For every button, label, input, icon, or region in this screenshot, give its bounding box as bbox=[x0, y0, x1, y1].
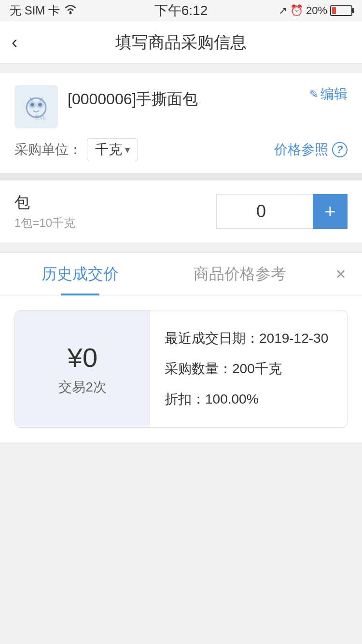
page-title: 填写商品采购信息 bbox=[115, 31, 247, 54]
alarm-icon: ⏰ bbox=[290, 4, 303, 17]
product-thumb-icon: 野计 bbox=[22, 92, 51, 121]
tab-price-ref-label: 商品价格参考 bbox=[194, 264, 286, 285]
unit-selector[interactable]: 千克 ▾ bbox=[87, 138, 138, 161]
price-ref-label: 价格参照 bbox=[274, 140, 328, 159]
tabs-bar: 历史成交价 商品价格参考 × bbox=[0, 253, 362, 295]
unit-select-value: 千克 bbox=[95, 140, 122, 159]
location-icon: ↗ bbox=[278, 4, 287, 17]
product-name: [0000006]手撕面包 bbox=[68, 85, 198, 110]
recent-date-label: 最近成交日期： bbox=[165, 331, 259, 346]
nav-bar: ‹ 填写商品采购信息 bbox=[0, 21, 362, 64]
purchase-quantity-label: 采购数量： bbox=[165, 361, 232, 376]
quantity-row: 包 1包=10千克 + bbox=[0, 181, 362, 242]
battery-percent: 20% bbox=[306, 4, 327, 17]
chevron-down-icon: ▾ bbox=[125, 144, 130, 155]
price-info-area: ¥0 交易2次 最近成交日期：2019-12-30 采购数量：200千克 折扣：… bbox=[0, 295, 362, 442]
info-icon: ? bbox=[332, 142, 348, 157]
price-amount: ¥0 bbox=[68, 342, 97, 373]
status-time: 下午6:12 bbox=[154, 1, 208, 20]
discount-label: 折扣： bbox=[165, 392, 205, 406]
svg-point-1 bbox=[27, 98, 46, 117]
price-info-card: ¥0 交易2次 最近成交日期：2019-12-30 采购数量：200千克 折扣：… bbox=[14, 310, 348, 428]
tab-history-price[interactable]: 历史成交价 bbox=[0, 253, 160, 295]
price-transactions: 交易2次 bbox=[58, 378, 107, 396]
tab-product-price-ref[interactable]: 商品价格参考 bbox=[160, 253, 320, 295]
product-unit-row: 采购单位： 千克 ▾ 价格参照 ? bbox=[14, 138, 348, 161]
price-summary-col: ¥0 交易2次 bbox=[15, 310, 150, 427]
purchase-quantity-value: 200千克 bbox=[232, 361, 282, 376]
price-reference-button[interactable]: 价格参照 ? bbox=[274, 140, 348, 159]
discount-row: 折扣：100.00% bbox=[165, 389, 333, 410]
tab-history-label: 历史成交价 bbox=[42, 264, 119, 285]
recent-date-value: 2019-12-30 bbox=[259, 331, 328, 346]
svg-point-6 bbox=[31, 104, 33, 106]
close-icon: × bbox=[335, 264, 346, 284]
edit-button[interactable]: ✎ 编辑 bbox=[309, 85, 348, 103]
quantity-input-wrap: + bbox=[216, 194, 348, 229]
status-carrier: 无 SIM 卡 bbox=[10, 3, 77, 18]
quantity-conversion: 1包=10千克 bbox=[14, 215, 75, 231]
edit-icon: ✎ bbox=[309, 87, 319, 101]
discount-value: 100.00% bbox=[205, 392, 259, 406]
status-indicators: ↗ ⏰ 20% bbox=[278, 4, 352, 17]
svg-point-7 bbox=[39, 104, 41, 106]
product-thumbnail: 野计 bbox=[14, 85, 58, 128]
carrier-text: 无 SIM 卡 bbox=[10, 3, 60, 18]
price-details-col: 最近成交日期：2019-12-30 采购数量：200千克 折扣：100.00% bbox=[150, 310, 347, 427]
main-background bbox=[0, 442, 362, 644]
recent-date-row: 最近成交日期：2019-12-30 bbox=[165, 328, 333, 350]
quantity-plus-button[interactable]: + bbox=[313, 194, 348, 229]
battery-icon bbox=[330, 5, 352, 16]
svg-point-0 bbox=[70, 12, 72, 14]
purchase-quantity-row: 采购数量：200千克 bbox=[165, 358, 333, 380]
svg-text:野计: 野计 bbox=[35, 115, 45, 120]
tab-active-underline bbox=[61, 294, 99, 295]
unit-label: 采购单位： bbox=[14, 140, 82, 159]
quantity-unit-label: 包 bbox=[14, 192, 75, 213]
close-panel-button[interactable]: × bbox=[320, 253, 362, 295]
status-bar: 无 SIM 卡 下午6:12 ↗ ⏰ 20% bbox=[0, 0, 362, 21]
bottom-panel: 历史成交价 商品价格参考 × ¥0 交易2次 最近成交日期：2019-12-30… bbox=[0, 252, 362, 442]
product-card: 野计 [0000006]手撕面包 ✎ 编辑 采购单位： 千克 ▾ 价格参照 ? bbox=[0, 73, 362, 173]
quantity-input[interactable] bbox=[216, 194, 313, 229]
section-divider bbox=[0, 173, 362, 181]
wifi-icon bbox=[64, 4, 77, 17]
back-button[interactable]: ‹ bbox=[12, 32, 17, 53]
